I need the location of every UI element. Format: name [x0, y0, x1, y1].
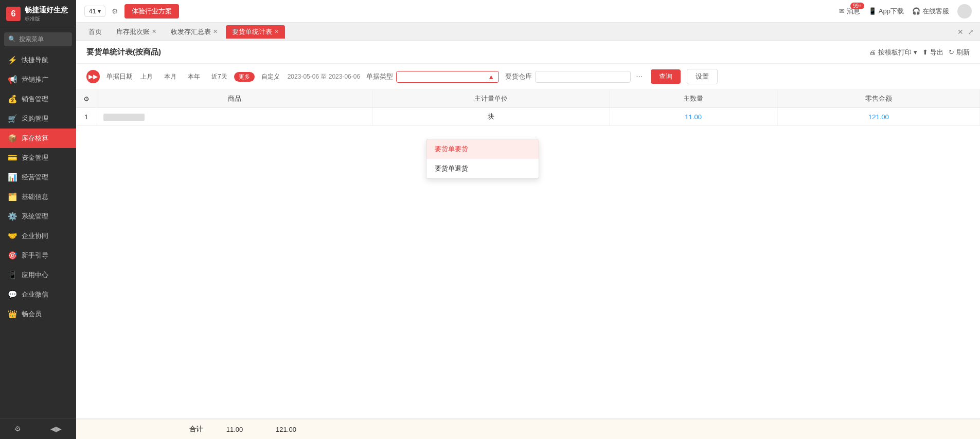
product-placeholder: [103, 114, 145, 121]
dropdown-item-2[interactable]: 要货单退货: [426, 159, 539, 178]
warehouse-filter-input[interactable]: [535, 71, 631, 83]
sidebar: 6 畅捷通好生意 标准版 🔍 搜索菜单 ⚡ 快捷导航 📢 营销推广 💰 销售管理…: [0, 0, 76, 439]
type-filter-select[interactable]: ▲: [396, 71, 499, 83]
print-icon: 🖨: [869, 48, 876, 56]
content-area: 要货单统计表(按商品) 🖨 按模板打印 ▾ ⬆ 导出 ↻ 刷新 ▶▶: [76, 41, 980, 439]
sidebar-item-appstore[interactable]: 📱 应用中心: [0, 265, 76, 285]
topbar-gear-icon[interactable]: ⚙: [112, 7, 118, 15]
more-dates-btn[interactable]: 更多: [234, 72, 255, 82]
tab-inventory-batch[interactable]: 库存批次账 ✕: [110, 25, 163, 39]
member-icon: 👑: [7, 309, 17, 319]
table-header-product: 商品: [97, 90, 372, 108]
online-service-label: 在线客服: [922, 7, 949, 16]
page-title: 要货单统计表(按商品): [86, 47, 161, 57]
dropdown-item-1[interactable]: 要货单要货: [426, 139, 539, 159]
sidebar-item-operation[interactable]: 📊 经营管理: [0, 168, 76, 187]
print-template-button[interactable]: 🖨 按模板打印 ▾: [869, 48, 917, 57]
filter-expand-button[interactable]: ▶▶: [86, 70, 100, 83]
inventory-icon: 📦: [7, 134, 17, 143]
sales-icon: 💰: [7, 95, 17, 104]
close-tab-requisition-stats[interactable]: ✕: [274, 28, 279, 35]
sidebar-item-enterprise[interactable]: 🤝 企业协同: [0, 226, 76, 246]
type-filter-group: 单据类型 ▲: [366, 71, 499, 83]
sidebar-item-label: 企业微信: [22, 290, 48, 299]
sidebar-item-label: 营销推广: [22, 75, 48, 84]
sidebar-collapse-btn[interactable]: ◀▶: [46, 423, 66, 435]
last-7days-btn[interactable]: 近7天: [207, 71, 232, 83]
table-header-quantity: 主数量: [609, 90, 777, 108]
custom-date-btn[interactable]: 自定义: [257, 71, 284, 83]
main-area: 41 ▾ ⚙ 体验行业方案 ✉ 消息 99+ 📱 App下载 🎧 在线客服: [76, 0, 980, 439]
close-all-tabs-icon[interactable]: ✕: [957, 28, 964, 36]
this-month-btn[interactable]: 本月: [159, 71, 181, 83]
brand-version: 标准版: [25, 15, 68, 23]
sidebar-item-quick-nav[interactable]: ⚡ 快捷导航: [0, 50, 76, 70]
footer-label: 合计: [76, 425, 209, 434]
close-tab-inventory-batch[interactable]: ✕: [152, 28, 156, 35]
headset-icon: 🎧: [912, 7, 920, 15]
expand-tab-icon[interactable]: ⤢: [968, 28, 974, 36]
sidebar-item-label: 库存核算: [22, 134, 48, 143]
logo-icon: 6: [6, 7, 21, 21]
row-quantity: 11.00: [609, 108, 777, 126]
refresh-icon: ↻: [949, 48, 954, 56]
enterprise-icon: 🤝: [7, 231, 17, 241]
sidebar-item-guide[interactable]: 🎯 新手引导: [0, 246, 76, 265]
sidebar-item-label: 资金管理: [22, 153, 48, 162]
close-tab-receipts-summary[interactable]: ✕: [213, 28, 218, 35]
filter-bar: ▶▶ 单据日期 上月 本月 本年 近7天 更多 自定义 2023-05-06 至…: [76, 64, 980, 90]
column-settings-button[interactable]: 设置: [687, 69, 718, 84]
system-icon: ⚙️: [7, 212, 17, 221]
sidebar-item-label: 新手引导: [22, 251, 48, 260]
row-amount: 121.00: [777, 108, 979, 126]
last-month-btn[interactable]: 上月: [136, 71, 157, 83]
trial-button[interactable]: 体验行业方案: [124, 4, 179, 19]
sidebar-item-inventory[interactable]: 📦 库存核算: [0, 129, 76, 148]
row-product: [97, 108, 372, 126]
tab-home[interactable]: 首页: [82, 25, 108, 39]
warehouse-filter-group: 要货仓库 ···: [505, 71, 645, 83]
sidebar-item-purchase[interactable]: 🛒 采购管理: [0, 109, 76, 129]
chevron-down-icon: ▾: [98, 8, 101, 15]
table-footer: 合计 11.00 121.00: [76, 418, 980, 439]
date-filter-label: 单据日期: [106, 72, 133, 81]
company-value: 41: [89, 8, 96, 15]
this-year-btn[interactable]: 本年: [183, 71, 205, 83]
search-menu[interactable]: 🔍 搜索菜单: [4, 32, 72, 46]
tab-requisition-stats[interactable]: 要货单统计表 ✕: [226, 25, 285, 39]
sidebar-item-label: 畅会员: [22, 309, 42, 319]
export-icon: ⬆: [922, 48, 928, 56]
company-selector[interactable]: 41 ▾: [84, 6, 105, 17]
sidebar-item-basic[interactable]: 🗂️ 基础信息: [0, 187, 76, 207]
sidebar-item-system[interactable]: ⚙️ 系统管理: [0, 207, 76, 226]
refresh-button[interactable]: ↻ 刷新: [949, 48, 970, 57]
row-no: 1: [76, 108, 97, 126]
tab-home-label: 首页: [88, 27, 102, 36]
online-service-button[interactable]: 🎧 在线客服: [912, 7, 949, 16]
messages-button[interactable]: ✉ 消息 99+: [839, 7, 860, 16]
sidebar-item-label: 快捷导航: [22, 56, 48, 65]
print-dropdown-icon: ▾: [914, 48, 917, 56]
sidebar-item-sales[interactable]: 💰 销售管理: [0, 89, 76, 109]
sidebar-item-marketing[interactable]: 📢 营销推广: [0, 70, 76, 89]
date-buttons: 上月 本月 本年 近7天 更多 自定义: [136, 71, 284, 83]
topbar-left: 41 ▾ ⚙ 体验行业方案: [84, 4, 179, 19]
more-filters-btn[interactable]: ···: [634, 72, 645, 81]
tab-requisition-stats-label: 要货单统计表: [232, 27, 272, 36]
app-download-button[interactable]: 📱 App下载: [868, 7, 904, 16]
type-filter-label: 单据类型: [366, 72, 393, 81]
quick-nav-icon: ⚡: [7, 56, 17, 65]
avatar[interactable]: [957, 4, 972, 19]
export-button[interactable]: ⬆ 导出: [922, 48, 943, 57]
sidebar-item-wechat[interactable]: 💬 企业微信: [0, 285, 76, 304]
sidebar-logo: 6 畅捷通好生意 标准版: [0, 0, 76, 28]
footer-values: 11.00 121.00: [209, 426, 312, 433]
sidebar-item-member[interactable]: 👑 畅会员: [0, 304, 76, 324]
sidebar-item-finance[interactable]: 💳 资金管理: [0, 148, 76, 168]
table-row: 1 块 11.00 121.00: [76, 108, 980, 126]
query-button[interactable]: 查询: [651, 69, 681, 84]
table-header-settings[interactable]: ⚙: [76, 90, 97, 108]
tabbar: 首页 库存批次账 ✕ 收发存汇总表 ✕ 要货单统计表 ✕ ✕ ⤢: [76, 23, 980, 41]
tab-receipts-summary[interactable]: 收发存汇总表 ✕: [165, 25, 224, 39]
sidebar-settings-btn[interactable]: ⚙: [10, 423, 25, 435]
